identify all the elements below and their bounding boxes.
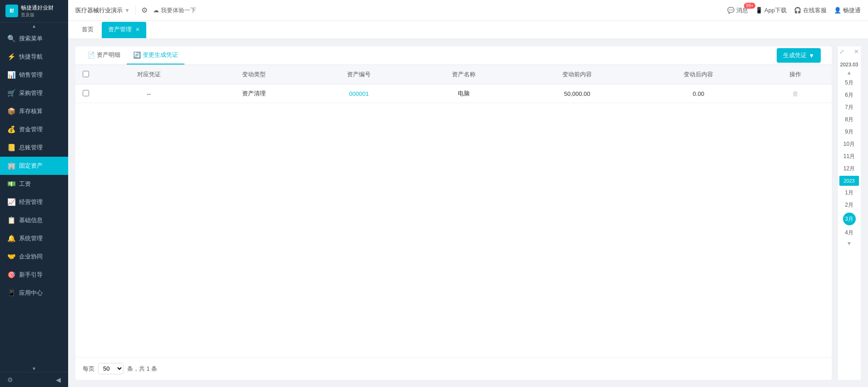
per-page-select[interactable]: 10 20 50 100 (98, 363, 124, 374)
generate-voucher-button[interactable]: 生成凭证 ▼ (777, 48, 821, 63)
sidebar-item-purchase-label: 采购管理 (19, 89, 43, 97)
tab-asset-management-label: 资产管理 (108, 26, 132, 33)
sidebar-item-guide-label: 新手引导 (19, 271, 43, 279)
sub-tab-change-voucher[interactable]: 🔄 变更生成凭证 (127, 46, 184, 64)
th-change-type: 变动类型 (201, 65, 306, 84)
date-month-item[interactable]: 2月 (838, 199, 861, 211)
topbar-right: 💬 99+ 消息 📱 App下载 🎧 在线客服 👤 畅捷通 (727, 6, 861, 15)
search-icon: 🔍 (7, 35, 15, 43)
customer-service-icon: 🎧 (794, 7, 801, 14)
date-panel-close-icon[interactable]: ✕ (854, 48, 859, 55)
sidebar-scroll-up-icon[interactable]: ▲ (32, 24, 36, 29)
sidebar-item-search[interactable]: 🔍 搜索菜单 (0, 30, 68, 48)
sales-icon: 📊 (7, 71, 15, 79)
th-operation: 操作 (759, 65, 832, 84)
sidebar-item-purchase[interactable]: 🛒 采购管理 (0, 84, 68, 102)
feedback-cloud-icon: ☁ (153, 7, 159, 14)
th-before-change: 变动前内容 (516, 65, 638, 84)
row-voucher: -- (96, 84, 201, 103)
user-button[interactable]: 👤 畅捷通 (834, 6, 861, 15)
app-download-button[interactable]: 📱 App下载 (755, 6, 787, 15)
logo-icon: 财 (5, 5, 18, 17)
operations-icon: 📈 (7, 198, 15, 206)
sidebar-item-enterprise-label: 企业协同 (19, 253, 43, 261)
sidebar-item-basic-info[interactable]: 📋 基础信息 (0, 211, 68, 229)
tab-close-icon[interactable]: ✕ (135, 26, 140, 33)
asset-detail-icon: 📄 (87, 51, 95, 59)
row-checkbox[interactable] (83, 90, 89, 96)
logo-sub: 普及版 (21, 12, 54, 18)
topbar: 医疗器械行业演示 ▼ ⚙ ☁ 我要体验一下 💬 99+ 消息 📱 App下载 🎧… (68, 0, 868, 21)
sidebar-item-ledger[interactable]: 📒 总账管理 (0, 139, 68, 157)
sidebar-item-salary[interactable]: 💵 工资 (0, 175, 68, 193)
date-month-item[interactable]: 7月 (838, 101, 861, 114)
generate-voucher-label: 生成凭证 (783, 51, 807, 60)
message-badge: 99+ (744, 3, 755, 9)
date-month-item[interactable]: 8月 (838, 114, 861, 126)
sub-tab-asset-detail-label: 资产明细 (97, 51, 120, 59)
sidebar-item-quick-nav[interactable]: ⚡ 快捷导航 (0, 48, 68, 66)
fixed-assets-icon: 🏢 (7, 162, 15, 170)
company-name: 医疗器械行业演示 (75, 6, 123, 15)
date-panel-year: 2023.03 (838, 60, 861, 68)
feedback-button[interactable]: ☁ 我要体验一下 (153, 6, 196, 15)
date-scroll-up-button[interactable]: ▲ (838, 68, 861, 77)
delete-row-button[interactable]: 🗑 (792, 90, 799, 97)
date-month-item[interactable]: 9月 (838, 126, 861, 138)
date-month-item[interactable]: 5月 (838, 77, 861, 89)
row-before-change: 50,000.00 (516, 84, 638, 103)
total-label: 条，共 1 条 (127, 365, 157, 373)
date-month-current[interactable]: 3月 (843, 213, 856, 225)
message-button[interactable]: 💬 99+ 消息 (727, 6, 748, 15)
sidebar-item-capital-label: 资金管理 (19, 125, 43, 134)
data-table: 对应凭证 变动类型 资产编号 资产名称 (75, 65, 832, 103)
date-month-item[interactable]: 4月 (838, 227, 861, 239)
settings-button[interactable]: ⚙ (7, 376, 13, 383)
sidebar-item-sales[interactable]: 📊 销售管理 (0, 66, 68, 84)
th-asset-name: 资产名称 (412, 65, 516, 84)
sidebar-item-app-center[interactable]: 📱 应用中心 (0, 284, 68, 302)
collapse-button[interactable]: ◀ (56, 376, 61, 383)
sidebar-item-operations[interactable]: 📈 经营管理 (0, 193, 68, 211)
date-panel-expand-icon[interactable]: ⤢ (839, 48, 844, 55)
sidebar-item-inventory[interactable]: 📦 库存核算 (0, 102, 68, 120)
sidebar-item-quick-nav-label: 快捷导航 (19, 53, 43, 61)
date-year-label[interactable]: 2023 (839, 176, 859, 186)
generate-dropdown-icon: ▼ (808, 52, 814, 59)
sidebar-item-system[interactable]: 🔔 系统管理 (0, 229, 68, 248)
sidebar-item-guide[interactable]: 🎯 新手引导 (0, 266, 68, 284)
date-scroll-down-button[interactable]: ▼ (838, 239, 861, 248)
date-month-current-wrap: 3月 (838, 211, 861, 227)
sidebar-item-capital[interactable]: 💰 资金管理 (0, 120, 68, 139)
sidebar-item-sales-label: 销售管理 (19, 71, 43, 79)
date-month-item[interactable]: 1月 (838, 187, 861, 199)
customer-service-button[interactable]: 🎧 在线客服 (794, 6, 827, 15)
sidebar-footer: ⚙ ◀ (0, 372, 68, 387)
sidebar-item-enterprise[interactable]: 🤝 企业协同 (0, 248, 68, 266)
topbar-divider (135, 6, 136, 15)
system-icon: 🔔 (7, 234, 15, 243)
sidebar-item-ledger-label: 总账管理 (19, 144, 43, 152)
th-asset-no: 资产编号 (307, 65, 412, 84)
date-month-item[interactable]: 11月 (838, 150, 861, 163)
ledger-icon: 📒 (7, 144, 15, 152)
tab-home-label: 首页 (82, 26, 94, 33)
sub-tab-asset-detail[interactable]: 📄 资产明细 (81, 46, 127, 64)
sidebar-scroll-down-icon[interactable]: ▼ (32, 366, 36, 371)
tab-home[interactable]: 首页 (75, 22, 100, 38)
date-panel: ⤢ ✕ 2023.03 ▲ 5月 6月 7月 8月 9月 10月 11月 12月 (837, 46, 861, 380)
date-month-item[interactable]: 6月 (838, 89, 861, 101)
company-selector[interactable]: 医疗器械行业演示 ▼ (75, 6, 130, 15)
logo-text: 畅捷通好业财 (21, 5, 54, 12)
topbar-settings-icon[interactable]: ⚙ (141, 6, 148, 15)
app-download-label: App下载 (764, 6, 787, 15)
sidebar-item-fixed-assets[interactable]: 🏢 固定资产 (0, 157, 68, 175)
sidebar-item-app-center-label: 应用中心 (19, 289, 43, 297)
th-voucher: 对应凭证 (96, 65, 201, 84)
sidebar: 财 畅捷通好业财 普及版 ▲ 🔍 搜索菜单 ⚡ 快捷导航 📊 销售管理 🛒 采购… (0, 0, 68, 387)
capital-icon: 💰 (7, 125, 15, 134)
date-month-item[interactable]: 10月 (838, 138, 861, 150)
select-all-checkbox[interactable] (83, 71, 89, 77)
tab-asset-management[interactable]: 资产管理 ✕ (102, 22, 146, 38)
date-month-item[interactable]: 12月 (838, 163, 861, 175)
